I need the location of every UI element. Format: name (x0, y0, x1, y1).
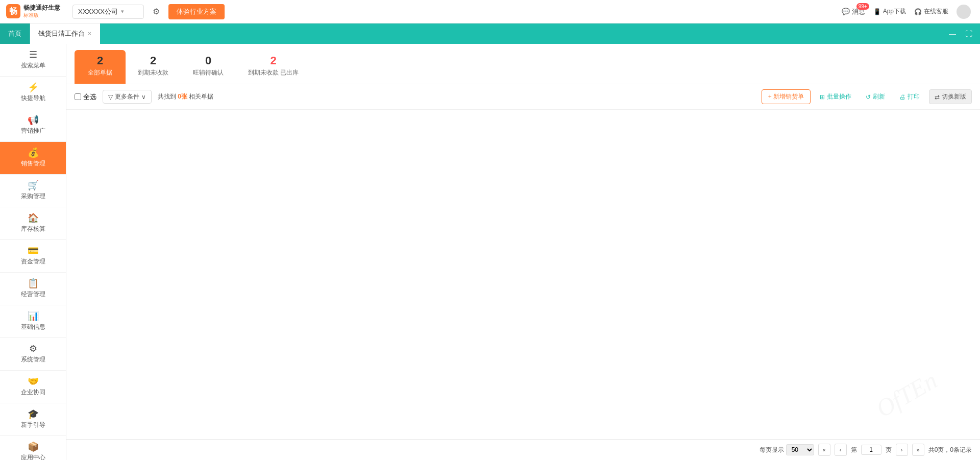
pagination: 每页显示 50 10 20 100 « ‹ 第 页 › » 共0页，0条记录 (66, 439, 980, 460)
sidebar-label-marketing: 营销推广 (21, 127, 45, 135)
appstore-icon: 📦 (28, 442, 39, 451)
purchase-icon: 🛒 (28, 181, 39, 190)
sidebar-label-operations: 经营管理 (21, 290, 45, 299)
company-name: XXXXXX公司 (78, 7, 118, 16)
switch-label: 切换新版 (942, 92, 966, 101)
online-service-label: 在线客服 (924, 7, 948, 16)
current-page-input[interactable] (861, 445, 881, 455)
add-sales-order-button[interactable]: + 新增销货单 (762, 89, 811, 104)
found-count: 0张 (178, 93, 187, 100)
refresh-label: 刷新 (873, 92, 885, 101)
select-all-checkbox[interactable]: 全选 (75, 92, 96, 102)
sidebar-item-appstore[interactable]: 📦 应用中心 (0, 436, 66, 460)
sidebar-item-quicknav[interactable]: ⚡ 快捷导航 (0, 77, 66, 109)
per-page-select[interactable]: 50 10 20 100 (786, 444, 814, 455)
first-page-button[interactable]: « (818, 444, 830, 456)
sidebar-item-search[interactable]: ☰ 搜索菜单 (0, 44, 66, 77)
sidebar-label-basics: 基础信息 (21, 323, 45, 331)
sidebar-item-system[interactable]: ⚙ 系统管理 (0, 338, 66, 371)
refresh-icon: ↺ (866, 93, 871, 101)
page-prefix-label: 第 (851, 446, 857, 454)
sidebar-item-finance[interactable]: 💳 资金管理 (0, 240, 66, 273)
sidebar-item-operations[interactable]: 📋 经营管理 (0, 273, 66, 305)
online-service-link[interactable]: 🎧 在线客服 (914, 7, 948, 16)
toolbar-right: + 新增销货单 ⊞ 批量操作 ↺ 刷新 🖨 打印 ⇄ 切换新版 (762, 89, 972, 104)
tab-home[interactable]: 首页 (0, 23, 30, 44)
stat-tab-wangfu[interactable]: 0 旺辅待确认 (181, 50, 236, 84)
service-icon: 🎧 (914, 8, 922, 15)
sidebar-item-cooperation[interactable]: 🤝 企业协同 (0, 371, 66, 403)
sidebar-label-sales: 销售管理 (21, 159, 45, 168)
batch-operation-button[interactable]: ⊞ 批量操作 (815, 90, 856, 104)
system-icon: ⚙ (29, 344, 37, 353)
nav-tabs: 首页 钱货日清工作台 × — ⛶ (0, 23, 980, 44)
print-icon: 🖨 (899, 93, 905, 101)
user-avatar-area[interactable] (957, 5, 974, 19)
close-tab-icon[interactable]: × (88, 30, 91, 37)
app-download-link[interactable]: 📱 App下载 (873, 7, 906, 16)
sidebar-item-purchase[interactable]: 🛒 采购管理 (0, 175, 66, 207)
toolbar-left: 全选 ▽ 更多条件 ∨ 共找到 0张 相关单据 (75, 90, 755, 104)
message-area[interactable]: 💬 消息 99+ (842, 7, 865, 16)
per-page-label: 每页显示 (760, 446, 784, 454)
operations-icon: 📋 (28, 279, 39, 288)
logo-icon: 畅 (6, 4, 20, 18)
batch-icon: ⊞ (820, 93, 825, 101)
nav-tabs-right: — ⛶ (945, 27, 980, 41)
sidebar-label-system: 系统管理 (21, 355, 45, 364)
guide-icon: 🎓 (28, 409, 39, 419)
tab-home-label: 首页 (8, 29, 21, 38)
stat-tab-shipped[interactable]: 2 到期未收款 已出库 (236, 50, 311, 84)
sidebar-label-inventory: 库存核算 (21, 225, 45, 233)
batch-label: 批量操作 (827, 92, 851, 101)
top-header: 畅 畅捷通好生意 标准版 XXXXXX公司 ▾ ⚙ 体验行业方案 💬 消息 99… (0, 0, 980, 23)
page-total: 共0页，0条记录 (928, 446, 972, 454)
refresh-button[interactable]: ↺ 刷新 (861, 90, 890, 104)
finance-icon: 💳 (28, 246, 39, 255)
select-all-input[interactable] (75, 93, 81, 100)
stats-tabs: 2 全部单据 2 到期未收款 0 旺辅待确认 2 到期未收款 已出库 (66, 44, 980, 84)
sidebar-label-cooperation: 企业协同 (21, 388, 45, 397)
message-icon: 💬 (842, 8, 850, 15)
stat-label-wangfu: 旺辅待确认 (193, 68, 224, 77)
sidebar-label-guide: 新手引导 (21, 421, 45, 429)
found-text: 共找到 0张 相关单据 (158, 92, 213, 101)
logo-main-text: 畅捷通好生意 (23, 4, 60, 11)
sidebar-item-sales[interactable]: 💰 销售管理 (0, 142, 66, 175)
print-button[interactable]: 🖨 打印 (894, 90, 925, 104)
company-dropdown-arrow: ▾ (121, 8, 124, 15)
switch-version-button[interactable]: ⇄ 切换新版 (929, 89, 972, 104)
sales-icon: 💰 (28, 148, 39, 157)
app-icon: 📱 (873, 8, 881, 15)
sidebar-item-inventory[interactable]: 🏠 库存核算 (0, 207, 66, 240)
filter-icon: ▽ (108, 93, 113, 101)
sidebar-item-guide[interactable]: 🎓 新手引导 (0, 403, 66, 436)
company-selector[interactable]: XXXXXX公司 ▾ (72, 5, 144, 19)
watermark: OfTEn (871, 366, 942, 423)
trial-button[interactable]: 体验行业方案 (168, 4, 225, 19)
next-page-button[interactable]: › (896, 444, 908, 456)
print-label: 打印 (908, 92, 920, 101)
prev-page-button[interactable]: ‹ (835, 444, 847, 456)
found-prefix: 共找到 (158, 93, 176, 100)
filter-arrow-icon: ∨ (141, 93, 146, 101)
search-menu-icon: ☰ (29, 50, 37, 59)
tab-workbench-label: 钱货日清工作台 (38, 29, 85, 38)
logo-sub-text: 标准版 (23, 12, 60, 19)
stat-tab-overdue[interactable]: 2 到期未收款 (126, 50, 181, 84)
header-right: 💬 消息 99+ 📱 App下载 🎧 在线客服 (842, 5, 974, 19)
sidebar-item-marketing[interactable]: 📢 营销推广 (0, 109, 66, 142)
sidebar-item-basics[interactable]: 📊 基础信息 (0, 305, 66, 338)
stat-label-shipped: 到期未收款 已出库 (248, 68, 299, 77)
stat-count-wangfu: 0 (205, 54, 211, 67)
minimize-button[interactable]: — (945, 27, 960, 41)
more-filters-button[interactable]: ▽ 更多条件 ∨ (103, 90, 152, 104)
logo-area: 畅 畅捷通好生意 标准版 (6, 4, 72, 18)
tab-workbench[interactable]: 钱货日清工作台 × (30, 23, 100, 44)
sidebar-label-search: 搜索菜单 (21, 61, 45, 70)
stat-tab-all[interactable]: 2 全部单据 (75, 50, 126, 84)
maximize-button[interactable]: ⛶ (962, 27, 976, 41)
main-layout: ☰ 搜索菜单 ⚡ 快捷导航 📢 营销推广 💰 销售管理 🛒 采购管理 🏠 库存核… (0, 44, 980, 460)
settings-icon[interactable]: ⚙ (148, 4, 164, 20)
last-page-button[interactable]: » (912, 444, 924, 456)
